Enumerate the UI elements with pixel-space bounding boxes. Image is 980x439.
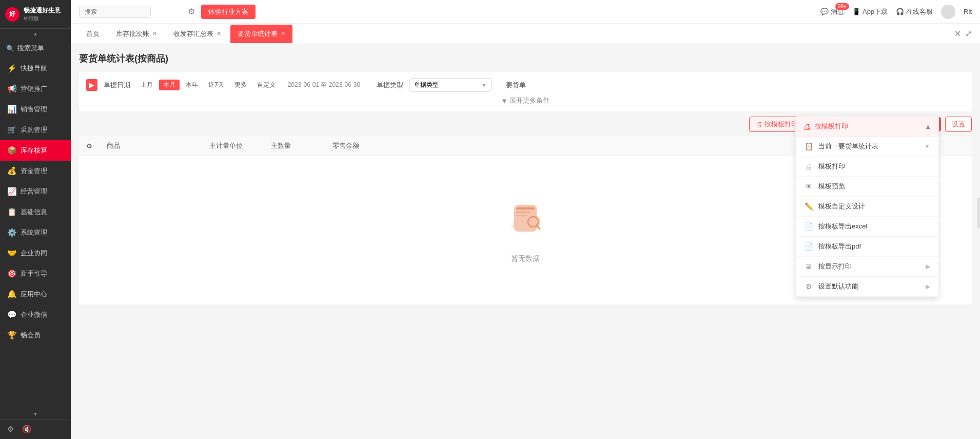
sidebar-search[interactable]: 🔍 搜索菜单	[0, 39, 71, 58]
date-shortcuts: 上月本月本年近7天更多自定义	[136, 80, 280, 90]
tab-label-recv-summary: 收发存汇总表	[173, 29, 213, 39]
nav-icon-collab: 🤝	[7, 249, 16, 258]
app-download-button[interactable]: 📱 App下载	[852, 7, 888, 16]
main-content: ⚙ 体验行业方案 💬 消息 99+ 📱 App下载 🎧 在线客服 Rit 首页库…	[71, 0, 980, 439]
dropdown-label-template-print: 模板打印	[818, 162, 930, 171]
dropdown-item-default-func[interactable]: ⚙设置默认功能▶	[796, 277, 938, 297]
tab-bar: 首页库存批次账✕收发存汇总表✕要货单统计表✕ ✕ ⤢	[71, 24, 980, 44]
search-input[interactable]	[79, 6, 151, 18]
dropdown-item-export-pdf[interactable]: 📄按模板导出pdf	[796, 237, 938, 257]
nav-icon-basic: 📋	[7, 207, 16, 217]
app-name-block: 畅捷通好生意 标准版	[24, 6, 61, 22]
nav-label-system: 系统管理	[21, 228, 47, 237]
username-label: Rit	[964, 8, 972, 15]
empty-icon	[505, 197, 546, 248]
right-scrollbar[interactable]	[977, 198, 980, 228]
nav-icon-member: 🏆	[7, 331, 16, 340]
online-service-button[interactable]: 🎧 在线客服	[896, 7, 933, 16]
tab-close-inventory-batch[interactable]: ✕	[152, 30, 157, 37]
search-icon: 🔍	[6, 45, 14, 52]
filter-bar: ▶ 单据日期 上月本月本年近7天更多自定义 2023-06-01 至 2023-…	[79, 72, 972, 111]
date-btn-last-month[interactable]: 上月	[136, 80, 157, 90]
tab-home[interactable]: 首页	[79, 25, 107, 43]
date-btn-last-7[interactable]: 近7天	[204, 80, 228, 90]
page-content: 要货单统计表(按商品) ▶ 单据日期 上月本月本年近7天更多自定义 2023-0…	[71, 44, 980, 439]
sidebar-scroll-up[interactable]: ▲	[0, 29, 71, 39]
nav-icon-finance: 💰	[7, 166, 16, 176]
nav-label-appstore: 应用中心	[21, 290, 47, 299]
order-status-label: 要货单	[506, 81, 526, 90]
sidebar-item-appstore[interactable]: 🔔应用中心	[0, 284, 71, 304]
dropdown-print-icon: 🖨	[803, 122, 811, 131]
sidebar-search-label: 搜索菜单	[17, 44, 44, 53]
nav-icon-quick-nav: ⚡	[7, 64, 16, 73]
footer-mute-icon[interactable]: 🔇	[22, 425, 32, 434]
order-type-select[interactable]: 单据类型 ▼	[409, 78, 492, 92]
svg-rect-2	[516, 207, 535, 209]
dropdown-item-export-excel[interactable]: 📄按模板导出excel	[796, 217, 938, 237]
dropdown-header: 🖨 按模板打印 ▲	[796, 117, 938, 137]
date-filter-label: 单据日期	[104, 81, 130, 90]
maximize-button[interactable]: ⤢	[965, 29, 972, 39]
dropdown-item-display-print[interactable]: 🖥按显示打印▶	[796, 257, 938, 277]
sidebar-item-inventory[interactable]: 📦库存核算	[0, 140, 71, 161]
footer-settings-icon[interactable]: ⚙	[7, 425, 14, 434]
sidebar-item-collab[interactable]: 🤝企业协同	[0, 243, 71, 263]
app-logo: 好 畅捷通好生意 标准版	[5, 6, 66, 22]
sidebar-item-marketing[interactable]: 📢营销推广	[0, 79, 71, 99]
dropdown-current-item[interactable]: 📋 当前：要货单统计表 ▼	[796, 137, 938, 157]
tab-close-recv-summary[interactable]: ✕	[217, 30, 221, 37]
tab-close-order-stats[interactable]: ✕	[281, 30, 285, 37]
print-label: 按模板打印	[765, 120, 798, 129]
dropdown-item-template-print[interactable]: 🖨模板打印	[796, 157, 938, 177]
dropdown-label-default-func: 设置默认功能	[818, 282, 920, 291]
nav-label-member: 畅会员	[21, 331, 41, 340]
order-type-label: 单据类型	[377, 81, 403, 90]
date-range-display: 2023-06-01 至 2023-06-30	[288, 81, 360, 89]
expand-icon: ▼	[501, 97, 508, 105]
date-btn-this-year[interactable]: 本年	[182, 80, 202, 90]
sidebar-scroll-down[interactable]: ▼	[0, 409, 71, 419]
expand-filter-button[interactable]: ▼ 展开更多条件	[501, 96, 550, 105]
sidebar-item-member[interactable]: 🏆畅会员	[0, 325, 71, 346]
trial-button[interactable]: 体验行业方案	[201, 5, 256, 19]
empty-text: 暂无数据	[511, 254, 540, 263]
dropdown-icon-template-design: ✏️	[804, 202, 813, 211]
order-type-value: 单据类型	[414, 81, 439, 89]
user-avatar[interactable]	[941, 5, 955, 19]
dropdown-item-template-design[interactable]: ✏️模板自定义设计	[796, 197, 938, 217]
sidebar-item-purchase[interactable]: 🛒采购管理	[0, 120, 71, 140]
message-icon: 💬	[820, 8, 829, 15]
sidebar-header: 好 畅捷通好生意 标准版	[0, 0, 71, 29]
filter-toggle-icon: ▶	[89, 81, 94, 89]
svg-rect-4	[516, 215, 527, 216]
sidebar-item-finance[interactable]: 💰资金管理	[0, 161, 71, 181]
sidebar-item-quick-nav[interactable]: ⚡快捷导航	[0, 58, 71, 79]
date-btn-more[interactable]: 更多	[230, 80, 251, 90]
sidebar-item-wechat[interactable]: 💬企业微信	[0, 304, 71, 325]
settings-action-button[interactable]: 设置	[945, 117, 972, 132]
tab-recv-summary[interactable]: 收发存汇总表✕	[166, 25, 228, 43]
tab-order-stats[interactable]: 要货单统计表✕	[230, 25, 292, 43]
date-btn-this-month[interactable]: 本月	[159, 80, 180, 90]
settings-icon[interactable]: ⚙	[188, 7, 195, 16]
app-download-label: App下载	[863, 7, 888, 16]
dropdown-item-template-preview[interactable]: 👁模板预览	[796, 177, 938, 197]
dropdown-up-icon[interactable]: ▲	[925, 123, 931, 130]
nav-icon-guide: 🎯	[7, 269, 16, 278]
nav-label-guide: 新手引导	[21, 269, 47, 278]
sidebar-item-basic[interactable]: 📋基础信息	[0, 202, 71, 222]
nav-icon-marketing: 📢	[7, 84, 16, 93]
sidebar-item-sales[interactable]: 📊销售管理	[0, 99, 71, 120]
filter-toggle-btn[interactable]: ▶	[86, 79, 97, 91]
close-tab-button[interactable]: ✕	[954, 29, 961, 39]
message-button[interactable]: 💬 消息 99+	[820, 7, 844, 16]
table-header-settings: ⚙	[86, 142, 107, 150]
nav-label-sales: 销售管理	[21, 105, 47, 114]
date-btn-custom[interactable]: 自定义	[253, 80, 280, 90]
tab-inventory-batch[interactable]: 库存批次账✕	[109, 25, 164, 43]
sidebar-item-system[interactable]: ⚙️系统管理	[0, 222, 71, 243]
sidebar-item-guide[interactable]: 🎯新手引导	[0, 263, 71, 284]
dropdown-icon-template-print: 🖨	[804, 162, 813, 170]
sidebar-item-operations[interactable]: 📈经营管理	[0, 181, 71, 202]
